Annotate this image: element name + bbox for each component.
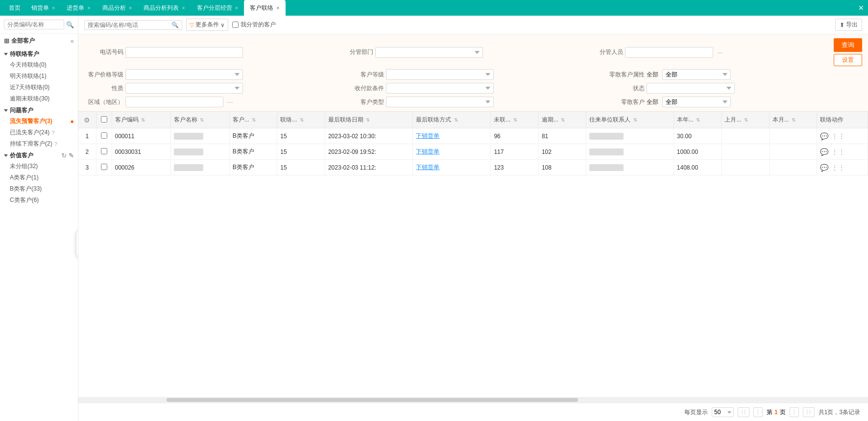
next-page-btn[interactable]: ⟩ (790, 407, 799, 417)
sort-icon-name: ⇅ (200, 117, 204, 123)
tab-sales[interactable]: 销货单 × (25, 0, 61, 16)
tab-product-analysis[interactable]: 商品分析 × (96, 0, 138, 16)
row3-chat-icon[interactable]: 💬 (820, 164, 828, 172)
col-person[interactable]: 往来单位联系人 ⇅ (586, 112, 674, 128)
sidebar-item-churned[interactable]: 已流失客户(24) ? (0, 127, 78, 138)
row2-method-link[interactable]: 下销货单 (416, 148, 439, 155)
tab-customer-contact[interactable]: 客户联络 × (244, 0, 285, 16)
column-settings-icon[interactable]: ⚙ (84, 116, 90, 124)
region-label: 区域（地区） (84, 98, 123, 106)
row2-chat-icon[interactable]: 💬 (820, 148, 828, 156)
close-tab-product-list[interactable]: × (182, 5, 185, 11)
region-input[interactable] (125, 97, 223, 107)
sidebar-pending-contact[interactable]: 待联络客户 (0, 48, 78, 59)
sidebar-item-tomorrow[interactable]: 明天待联络(1) (0, 71, 78, 82)
sidebar-item-declining[interactable]: 持续下滑客户(2) ? (0, 138, 78, 149)
select-all-checkbox[interactable] (101, 116, 107, 123)
sidebar-item-churn-risk[interactable]: 流失预警客户(3) ● (0, 116, 78, 127)
sidebar-problem-customers[interactable]: 问题客户 (0, 104, 78, 116)
info-icon-churned[interactable]: ? (51, 130, 54, 136)
row1-chat-icon[interactable]: 💬 (820, 132, 828, 140)
close-tab-product-analysis[interactable]: × (129, 5, 132, 11)
row1-method-link[interactable]: 下销货单 (416, 132, 439, 139)
info-icon-declining[interactable]: ? (54, 141, 57, 147)
row2-more-icon[interactable]: ⋮⋮ (831, 148, 845, 156)
price-level-select[interactable] (125, 69, 243, 80)
payment-select[interactable] (386, 83, 494, 94)
sidebar-root[interactable]: ⊞ 全部客户 « (0, 34, 78, 48)
sidebar-item-today[interactable]: 今天待联络(0) (0, 59, 78, 71)
row3-select[interactable] (101, 164, 107, 170)
warn-info-icon[interactable]: ● (70, 118, 74, 125)
retail-cust-select[interactable]: 全部 (662, 97, 731, 107)
row1-select[interactable] (101, 132, 107, 139)
sort-icon-type: ⇅ (252, 117, 256, 123)
col-name[interactable]: 客户名称 ⇅ (170, 112, 229, 128)
row1-more-icon[interactable]: ⋮⋮ (831, 132, 845, 140)
horizontal-scrollbar[interactable] (78, 397, 868, 403)
sidebar-item-a-class[interactable]: A类客户(1) (0, 172, 78, 183)
col-this-month[interactable]: 本月... ⇅ (769, 112, 817, 128)
sidebar-value-customers[interactable]: 价值客户 ↻ ✎ (0, 149, 78, 161)
person-input[interactable] (625, 47, 713, 58)
my-customers-check[interactable]: 我分管的客户 (232, 21, 276, 29)
sidebar-search-input[interactable] (4, 20, 64, 29)
sidebar-item-b-class[interactable]: B类客户(33) (0, 183, 78, 195)
more-conditions-btn[interactable]: ▽ 更多条件 ∨ (186, 19, 228, 31)
sidebar-item-ungrouped[interactable]: 未分组(32) (0, 161, 78, 172)
row3-more-icon[interactable]: ⋮⋮ (831, 164, 845, 172)
col-contact[interactable]: 联络... ⇅ (277, 112, 325, 128)
region-dots-btn[interactable]: ··· (225, 98, 235, 106)
filter-cell-nature: 性质 (84, 83, 341, 94)
col-unlinked[interactable]: 未联... ⇅ (491, 112, 539, 128)
search-icon[interactable]: 🔍 (171, 22, 179, 28)
col-overdue[interactable]: 逾期... ⇅ (538, 112, 586, 128)
retailattr-label: 零散客户属性 (605, 71, 645, 79)
phone-input[interactable] (125, 47, 243, 58)
scroll-thumb[interactable] (167, 398, 578, 402)
sidebar-search-icon[interactable]: 🔍 (66, 21, 74, 28)
search-input[interactable] (88, 22, 169, 28)
edit-value-icon[interactable]: ✎ (69, 152, 74, 159)
retail-attr-select[interactable]: 全部 (662, 69, 731, 80)
dept-select[interactable] (375, 47, 483, 58)
filter-cell-custtype: 客户类型 (345, 97, 602, 107)
sidebar-collapse-btn[interactable]: « (71, 37, 74, 45)
sidebar-item-overdue[interactable]: 逾期未联络(30) (0, 93, 78, 104)
sidebar-item-7days[interactable]: 近7天待联络(0) (0, 82, 78, 93)
close-tab-purchase[interactable]: × (87, 5, 90, 11)
tab-purchase[interactable]: 进货单 × (61, 0, 96, 16)
sidebar-item-c-class[interactable]: C类客户(6) (0, 195, 78, 206)
person-dots-btn[interactable]: ··· (715, 49, 725, 56)
close-tab-sales[interactable]: × (52, 5, 55, 11)
tab-home[interactable]: 首页 (4, 4, 25, 12)
col-last-date[interactable]: 最后联络日期 ⇅ (325, 112, 413, 128)
col-last-method[interactable]: 最后联络方式 ⇅ (413, 112, 491, 128)
nature-label: 性质 (84, 84, 123, 93)
last-page-btn[interactable]: ⟩⟩ (803, 407, 815, 417)
prev-page-btn[interactable]: ⟨ (753, 407, 763, 417)
col-last-month[interactable]: 上月... ⇅ (722, 112, 770, 128)
close-window-btn[interactable]: ✕ (858, 4, 864, 12)
first-page-btn[interactable]: ⟨⟨ (738, 407, 749, 417)
col-type[interactable]: 客户... ⇅ (229, 112, 277, 128)
search-wrap: 🔍 (84, 20, 182, 30)
col-code[interactable]: 客户编码 ⇅ (112, 112, 170, 128)
tab-product-list[interactable]: 商品分析列表 × (138, 0, 191, 16)
my-customers-checkbox[interactable] (232, 22, 239, 28)
close-tab-customer-segment[interactable]: × (235, 5, 238, 11)
col-year[interactable]: 本年... ⇅ (674, 112, 722, 128)
row3-method-link[interactable]: 下销货单 (416, 164, 439, 171)
refresh-value-icon[interactable]: ↻ (61, 152, 67, 159)
row2-select[interactable] (101, 148, 107, 154)
query-btn[interactable]: 查询 (834, 38, 862, 52)
nature-select[interactable] (125, 83, 243, 94)
tab-customer-segment[interactable]: 客户分层经营 × (191, 0, 244, 16)
settings-btn[interactable]: 设置 (834, 54, 862, 66)
close-tab-customer-contact[interactable]: × (276, 5, 279, 11)
cust-type-select[interactable] (386, 97, 494, 107)
export-btn[interactable]: ⬆ 导出 (835, 19, 862, 31)
page-size-select[interactable]: 50 100 200 (712, 407, 734, 417)
status-select[interactable] (647, 83, 735, 94)
cust-level-select[interactable] (386, 69, 494, 80)
